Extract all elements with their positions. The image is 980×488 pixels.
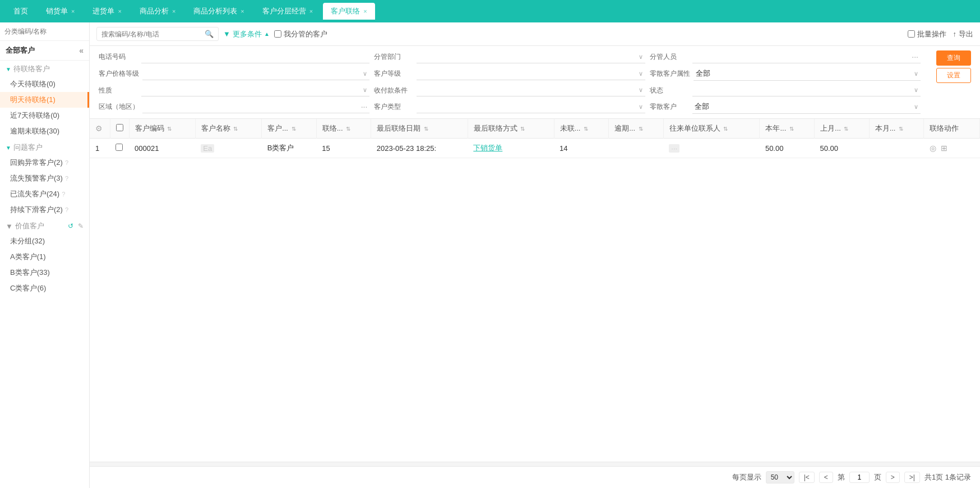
sidebar-item-warning[interactable]: 流失预警客户(3) ? <box>0 171 89 186</box>
filter-nature: 性质 ∨ <box>99 84 369 96</box>
help-icon-4[interactable]: ? <box>65 206 68 213</box>
value-group-edit[interactable]: ✎ <box>78 222 84 230</box>
export-btn[interactable]: ↑ 导出 <box>953 29 974 39</box>
filter-phone-label: 电话号码 <box>99 52 138 62</box>
filter-status-select[interactable]: ∨ <box>692 84 921 96</box>
reset-button[interactable]: 设置 <box>936 68 971 83</box>
first-page-btn[interactable]: |< <box>799 472 815 483</box>
sidebar-item-class-a[interactable]: A类客户(1) <box>0 249 89 265</box>
sort-last-month-icon[interactable]: ⇅ <box>844 126 848 132</box>
col-last-method-label: 最后联络方式 <box>474 124 517 132</box>
group-pending-label: 待联络客户 <box>13 64 50 74</box>
filter-customer-level-select[interactable]: ∨ <box>417 68 645 80</box>
filter-dept-select[interactable]: ∨ <box>417 51 645 63</box>
sidebar-item-overdue[interactable]: 逾期未联络(30) <box>0 123 89 139</box>
row-code: 000021 <box>129 139 195 158</box>
region-dots-icon[interactable]: ··· <box>361 102 368 111</box>
sort-unlink-icon[interactable]: ⇅ <box>584 126 588 132</box>
sidebar-item-today[interactable]: 今天待联络(0) <box>0 76 89 92</box>
sort-type-icon[interactable]: ⇅ <box>292 126 296 132</box>
sort-this-month-icon[interactable]: ⇅ <box>899 126 903 132</box>
filter-nature-select[interactable]: ∨ <box>141 84 369 96</box>
filter-payment-select[interactable]: ∨ <box>417 84 645 96</box>
row-checkbox[interactable] <box>115 144 123 151</box>
close-sales-icon[interactable]: × <box>71 8 75 15</box>
top-nav: 首页 销货单 × 进货单 × 商品分析 × 商品分析列表 × 客户分层经营 × … <box>0 0 980 22</box>
batch-op-btn[interactable]: 批量操作 <box>908 29 946 39</box>
action-schedule-icon[interactable]: ⊞ <box>941 144 947 153</box>
help-icon-1[interactable]: ? <box>65 159 68 166</box>
prev-page-btn[interactable]: < <box>819 472 833 483</box>
sort-overdue-icon[interactable]: ⇅ <box>639 126 643 132</box>
search-icon[interactable]: 🔍 <box>205 30 214 38</box>
sidebar-all-customers[interactable]: 全部客户 « <box>0 41 89 61</box>
next-page-btn[interactable]: > <box>886 472 900 483</box>
sidebar-item-ungrouped[interactable]: 未分组(32) <box>0 233 89 249</box>
filter-price-level: 客户价格等级 ∨ <box>99 68 369 80</box>
close-analysis-list-icon[interactable]: × <box>241 8 244 15</box>
sort-this-year-icon[interactable]: ⇅ <box>789 126 794 132</box>
nav-customer-ops[interactable]: 客户分层经营 × <box>255 3 321 20</box>
close-purchase-icon[interactable]: × <box>118 8 121 15</box>
manager-dots-icon[interactable]: ··· <box>912 52 918 61</box>
sidebar-item-class-c[interactable]: C类客户(6) <box>0 280 89 296</box>
page-input[interactable] <box>849 472 870 483</box>
horizontal-scrollbar[interactable] <box>90 462 980 466</box>
my-customers-check[interactable] <box>274 30 281 38</box>
nav-sales[interactable]: 销货单 × <box>38 3 82 20</box>
sidebar-item-abnormal[interactable]: 回购异常客户(2) ? <box>0 155 89 171</box>
sidebar-item-class-b[interactable]: B类客户(33) <box>0 265 89 280</box>
filter-retail-select[interactable]: 全部 ∨ <box>692 100 921 114</box>
col-this-year-label: 本年... <box>765 124 786 132</box>
row-method-link[interactable]: 下销货单 <box>473 144 502 152</box>
nav-analysis-list[interactable]: 商品分析列表 × <box>186 3 252 20</box>
sidebar-item-declining[interactable]: 持续下滑客户(2) ? <box>0 202 89 218</box>
col-type-label: 客户... <box>267 124 288 132</box>
help-icon-3[interactable]: ? <box>62 191 65 197</box>
filter-row-1: 电话号码 分管部门 ∨ 分管人员 <box>99 50 921 63</box>
nav-purchase[interactable]: 进货单 × <box>85 3 129 20</box>
filter-price-level-select[interactable]: ∨ <box>142 68 369 80</box>
query-button[interactable]: 查询 <box>936 50 971 66</box>
sidebar-collapse-icon[interactable]: « <box>79 46 84 55</box>
filter-region-input[interactable]: ··· <box>142 100 369 113</box>
nav-analysis[interactable]: 商品分析 × <box>132 3 183 20</box>
nav-home[interactable]: 首页 <box>6 3 36 20</box>
nav-customer-contact[interactable]: 客户联络 × <box>323 3 375 20</box>
table-header-row: ⚙ 客户编码 ⇅ 客户名称 ⇅ <box>90 119 980 139</box>
action-contact-icon[interactable]: ◎ <box>930 144 936 153</box>
col-name-label: 客户名称 <box>201 124 230 132</box>
close-customer-ops-icon[interactable]: × <box>309 8 313 15</box>
settings-icon[interactable]: ⚙ <box>95 124 103 133</box>
filter-phone-input[interactable] <box>141 51 369 63</box>
close-analysis-icon[interactable]: × <box>172 8 175 15</box>
filter-manager-input[interactable]: ··· <box>692 50 921 63</box>
filter-customer-level: 客户等级 ∨ <box>374 68 645 80</box>
batch-check[interactable] <box>908 30 915 38</box>
last-page-btn[interactable]: >| <box>904 472 920 483</box>
more-filters-btn[interactable]: ▼ 更多条件 ▲ <box>223 29 270 39</box>
my-customers-checkbox[interactable]: 我分管的客户 <box>274 29 327 39</box>
filter-region-label: 区域（地区） <box>99 102 139 112</box>
sort-code-icon[interactable]: ⇅ <box>167 126 172 132</box>
sidebar-item-tomorrow[interactable]: 明天待联络(1) <box>0 92 89 108</box>
sort-last-date-icon[interactable]: ⇅ <box>424 126 428 132</box>
sort-contacts-icon[interactable]: ⇅ <box>346 126 350 132</box>
main-search-input[interactable] <box>101 30 202 38</box>
sort-name-icon[interactable]: ⇅ <box>233 126 238 132</box>
col-settings[interactable]: ⚙ <box>90 119 110 139</box>
filter-customer-type-select[interactable]: ∨ <box>417 101 645 113</box>
page-size-label: 每页显示 <box>732 472 761 482</box>
page-size-select[interactable]: 10 20 50 100 <box>766 471 794 484</box>
sort-last-method-icon[interactable]: ⇅ <box>520 126 525 132</box>
help-icon-2[interactable]: ? <box>65 175 68 182</box>
sidebar-search-input[interactable] <box>4 27 89 35</box>
value-group-refresh[interactable]: ↺ <box>68 222 73 230</box>
sort-contact-person-icon[interactable]: ⇅ <box>723 126 728 132</box>
select-all-checkbox[interactable] <box>116 124 123 131</box>
filter-retail-attr-select[interactable]: 全部 ∨ <box>694 67 921 81</box>
close-customer-contact-icon[interactable]: × <box>363 8 367 15</box>
sidebar-item-7days[interactable]: 近7天待联络(0) <box>0 108 89 123</box>
sidebar-item-lost[interactable]: 已流失客户(24) ? <box>0 186 89 202</box>
dept-arrow-icon: ∨ <box>639 53 643 61</box>
